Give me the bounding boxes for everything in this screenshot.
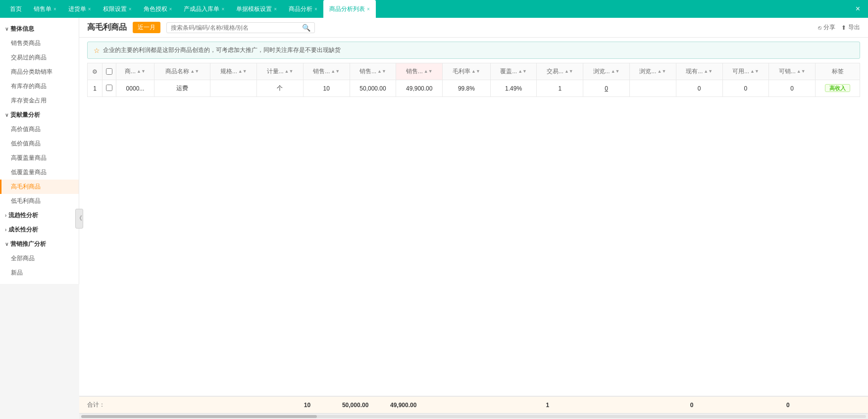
table-wrapper: ⚙ 商... ▲▼ 商品名称 [79,63,868,396]
nav-tab-analysis-list[interactable]: 商品分析列表 × [323,0,376,18]
sidebar-collapse-button[interactable]: 《 [75,209,83,229]
sidebar-group-contribution[interactable]: ∨ 贡献量分析 [0,108,79,122]
sort-coverage-icon: ▲▼ [518,69,527,74]
cell-coverage: 1.49% [490,80,537,97]
sort-view1-icon: ▲▼ [611,69,620,74]
nav-tab-products[interactable]: 产成品入库单 × [178,0,230,18]
col-checkbox[interactable] [102,63,116,80]
arrow-contribution: ∨ [5,112,8,118]
close-permission-tab[interactable]: × [129,6,132,12]
nav-tab-role[interactable]: 角色授权 × [138,0,178,18]
sort-margin-rate-icon: ▲▼ [471,69,480,74]
sidebar-item-in-stock[interactable]: 有库存的商品 [0,79,79,93]
col-stock-available[interactable]: 可用... ▲▼ [722,63,769,80]
sidebar-item-stock-capital[interactable]: 库存资金占用 [0,93,79,108]
data-table: ⚙ 商... ▲▼ 商品名称 [87,63,860,97]
footer-stock-current: 0 [668,402,716,409]
arrow-overview: ∨ [5,26,8,32]
col-coverage[interactable]: 覆盖... ▲▼ [490,63,537,80]
page-title: 高毛利商品 [87,22,127,33]
sidebar-item-low-coverage[interactable]: 低覆盖量商品 [0,165,79,180]
sidebar-group-overview[interactable]: ∨ 整体信息 [0,22,79,36]
col-settings[interactable]: ⚙ [88,63,102,80]
sidebar-group-growth[interactable]: › 成长性分析 [0,223,79,237]
search-input[interactable] [171,24,302,31]
sort-name-icon: ▲▼ [190,69,199,74]
sidebar-item-traded-goods[interactable]: 交易过的商品 [0,50,79,65]
sort-stock-saleable-icon: ▲▼ [797,69,806,74]
close-role-tab[interactable]: × [169,6,172,12]
sidebar-item-category-rate[interactable]: 商品分类助销率 [0,65,79,79]
export-button[interactable]: ⬆ 导出 [841,23,860,32]
sidebar-item-high-margin[interactable]: 高毛利商品 [0,180,79,194]
sidebar-item-high-value[interactable]: 高价值商品 [0,122,79,137]
nav-tab-home[interactable]: 首页 [4,0,28,18]
nav-tab-purchase[interactable]: 进货单 × [62,0,97,18]
info-banner: ☆ 企业的主要的利润都是这部分商品创造的，可考虑加大推广，同时关注库存是不要出现… [87,42,860,59]
horizontal-scrollbar[interactable] [79,413,868,419]
col-view1[interactable]: 浏览... ▲▼ [583,63,630,80]
close-template-tab[interactable]: × [274,6,277,12]
cell-sales-amount: 50,000.00 [350,80,396,97]
sort-sales-qty-icon: ▲▼ [331,69,340,74]
sidebar-item-low-margin[interactable]: 低毛利商品 [0,194,79,208]
col-stock-current[interactable]: 现有... ▲▼ [676,63,722,80]
sort-stock-current-icon: ▲▼ [704,69,713,74]
nav-tab-analysis[interactable]: 商品分析 × [283,0,323,18]
content-area: 高毛利商品 近一月 🔍 ⎋ 分享 ⬆ 导出 ☆ 企业的主要的利润都是这部分商品创… [79,18,868,419]
col-spec[interactable]: 规格... ▲▼ [210,63,257,80]
close-products-tab[interactable]: × [221,6,224,12]
sort-code-icon: ▲▼ [137,69,146,74]
close-analysis-list-tab[interactable]: × [367,6,370,12]
nav-tab-template[interactable]: 单据模板设置 × [230,0,283,18]
cell-name: 运费 [154,80,210,97]
cell-unit: 个 [257,80,304,97]
col-tag: 标签 [816,63,860,80]
sidebar-item-new-goods[interactable]: 新品 [0,266,79,280]
col-trade[interactable]: 交易... ▲▼ [537,63,583,80]
sidebar: ∨ 整体信息 销售类商品 交易过的商品 商品分类助销率 有库存的商品 库存资金占… [0,18,79,284]
cell-checkbox[interactable] [102,80,116,97]
sidebar-item-all-goods[interactable]: 全部商品 [0,251,79,266]
footer-row: 合计： 10 50,000.00 49,900.00 1 0 0 [79,396,868,413]
row-checkbox[interactable] [106,85,112,91]
sidebar-item-low-value[interactable]: 低价值商品 [0,137,79,151]
table-row: 1 0000... 运费 个 10 [88,80,860,97]
filter-month-button[interactable]: 近一月 [133,22,160,33]
cell-tag: 高收入 [816,80,860,97]
close-purchase-tab[interactable]: × [88,6,91,12]
close-sales-tab[interactable]: × [53,6,56,12]
nav-tab-sales[interactable]: 销售单 × [28,0,62,18]
col-sales-amount[interactable]: 销售... ▲▼ [350,63,396,80]
col-sales-qty[interactable]: 销售... ▲▼ [303,63,350,80]
select-all-checkbox[interactable] [106,68,112,75]
col-view2[interactable]: 浏览... ▲▼ [630,63,676,80]
window-close-button[interactable]: × [852,4,864,13]
col-margin-rate[interactable]: 毛利率 ▲▼ [443,63,491,80]
sort-unit-icon: ▲▼ [285,69,294,74]
col-sales-profit[interactable]: 销售... ▲▼ [396,63,443,80]
share-icon: ⎋ [818,24,821,31]
sidebar-item-sales-goods[interactable]: 销售类商品 [0,36,79,50]
scrollbar-thumb[interactable] [81,415,317,418]
export-icon: ⬆ [841,24,846,31]
search-icon[interactable]: 🔍 [302,24,310,32]
sidebar-item-high-coverage[interactable]: 高覆盖量商品 [0,151,79,165]
col-stock-saleable[interactable]: 可销... ▲▼ [769,63,816,80]
scrollbar-track[interactable] [81,415,866,418]
footer-sales-qty: 10 [283,402,331,409]
cell-view1[interactable]: 0 [583,80,630,97]
close-analysis-tab[interactable]: × [314,6,317,12]
top-nav: 首页 销售单 × 进货单 × 权限设置 × 角色授权 × 产成品入库单 × 单据… [0,0,868,18]
col-code[interactable]: 商... ▲▼ [116,63,154,80]
sidebar-group-marketing[interactable]: ∨ 营销推广分析 [0,237,79,251]
col-unit[interactable]: 计量... ▲▼ [257,63,304,80]
sort-stock-available-icon: ▲▼ [750,69,759,74]
nav-tab-permission[interactable]: 权限设置 × [97,0,138,18]
sort-trade-icon: ▲▼ [564,69,573,74]
col-name[interactable]: 商品名称 ▲▼ [154,63,210,80]
footer-label: 合计： [87,401,117,409]
sidebar-group-trend[interactable]: › 流趋性分析 [0,208,79,223]
cell-code: 0000... [116,80,154,97]
share-button[interactable]: ⎋ 分享 [818,23,835,32]
